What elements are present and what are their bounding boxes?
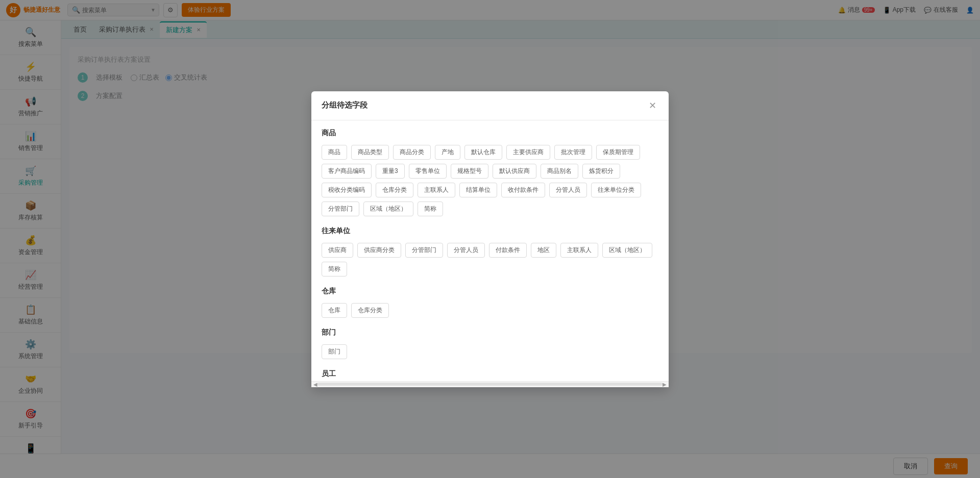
field-tag-origin[interactable]: 产地 bbox=[435, 145, 460, 160]
hscroll-right-arrow[interactable]: ▶ bbox=[663, 382, 667, 387]
modal-header: 分组待选字段 ✕ bbox=[311, 91, 669, 120]
field-tag-customer-product-code[interactable]: 客户商品编码 bbox=[322, 164, 372, 179]
field-tag-default-warehouse[interactable]: 默认仓库 bbox=[464, 145, 502, 160]
field-tag-tax-code[interactable]: 税收分类编码 bbox=[322, 183, 372, 197]
field-tag-partner-person[interactable]: 分管人员 bbox=[447, 243, 485, 258]
section-warehouse-title: 仓库 bbox=[322, 287, 658, 298]
modal-hscroll[interactable]: ◀ ▶ bbox=[311, 381, 669, 387]
field-tag-spec-model[interactable]: 规格型号 bbox=[451, 164, 488, 179]
field-tag-district[interactable]: 地区 bbox=[531, 243, 556, 258]
field-tag-department[interactable]: 部门 bbox=[322, 344, 347, 359]
modal-overlay: 分组待选字段 ✕ 商品 商品 商品类型 商品分类 产地 默认仓库 主要供应商 批… bbox=[0, 0, 980, 478]
field-tag-region[interactable]: 区域（地区） bbox=[363, 202, 413, 216]
modal-close-button[interactable]: ✕ bbox=[646, 99, 658, 112]
modal-body: 商品 商品 商品类型 商品分类 产地 默认仓库 主要供应商 批次管理 保质期管理… bbox=[311, 120, 669, 381]
field-tag-warehouse[interactable]: 仓库 bbox=[322, 303, 347, 318]
field-tag-weight3[interactable]: 重量3 bbox=[376, 164, 405, 179]
section-warehouse-fields: 仓库 仓库分类 bbox=[322, 303, 658, 318]
section-department: 部门 部门 bbox=[322, 328, 658, 359]
field-tag-responsible-dept[interactable]: 分管部门 bbox=[322, 202, 359, 216]
section-warehouse: 仓库 仓库 仓库分类 bbox=[322, 287, 658, 318]
field-tag-supplier-category[interactable]: 供应商分类 bbox=[357, 243, 401, 258]
section-employee-title: 员工 bbox=[322, 369, 658, 381]
field-select-modal: 分组待选字段 ✕ 商品 商品 商品类型 商品分类 产地 默认仓库 主要供应商 批… bbox=[311, 91, 669, 387]
field-tag-default-supplier[interactable]: 默认供应商 bbox=[493, 164, 536, 179]
field-tag-partner-short-name[interactable]: 简称 bbox=[322, 262, 347, 276]
field-tag-batch-mgmt[interactable]: 批次管理 bbox=[554, 145, 592, 160]
field-tag-quality-mgmt[interactable]: 保质期管理 bbox=[596, 145, 640, 160]
field-tag-settlement-unit[interactable]: 结算单位 bbox=[459, 183, 497, 197]
field-tag-warehouse-class[interactable]: 仓库分类 bbox=[351, 303, 389, 318]
section-employee: 员工 业务员 bbox=[322, 369, 658, 381]
field-tag-payment-terms[interactable]: 收付款条件 bbox=[501, 183, 545, 197]
section-product: 商品 商品 商品类型 商品分类 产地 默认仓库 主要供应商 批次管理 保质期管理… bbox=[322, 129, 658, 216]
field-tag-product-category[interactable]: 商品分类 bbox=[393, 145, 431, 160]
field-tag-partner-contact[interactable]: 主联系人 bbox=[560, 243, 598, 258]
field-tag-payment-condition[interactable]: 付款条件 bbox=[489, 243, 527, 258]
field-tag-product[interactable]: 商品 bbox=[322, 145, 347, 160]
modal-title: 分组待选字段 bbox=[322, 100, 368, 110]
section-product-fields: 商品 商品类型 商品分类 产地 默认仓库 主要供应商 批次管理 保质期管理 客户… bbox=[322, 145, 658, 216]
hscroll-track[interactable] bbox=[317, 383, 663, 386]
field-tag-main-contact[interactable]: 主联系人 bbox=[418, 183, 455, 197]
field-tag-partner-category[interactable]: 往来单位分类 bbox=[591, 183, 641, 197]
section-product-title: 商品 bbox=[322, 129, 658, 140]
field-tag-partner-region[interactable]: 区域（地区） bbox=[602, 243, 652, 258]
section-partner-title: 往来单位 bbox=[322, 227, 658, 238]
field-tag-retail-unit[interactable]: 零售单位 bbox=[409, 164, 447, 179]
field-tag-short-name[interactable]: 简称 bbox=[418, 202, 443, 216]
field-tag-responsible-person[interactable]: 分管人员 bbox=[549, 183, 587, 197]
section-partner-fields: 供应商 供应商分类 分管部门 分管人员 付款条件 地区 主联系人 区域（地区） … bbox=[322, 243, 658, 276]
hscroll-left-arrow[interactable]: ◀ bbox=[313, 382, 317, 387]
field-tag-main-supplier[interactable]: 主要供应商 bbox=[506, 145, 550, 160]
field-tag-product-alias[interactable]: 商品别名 bbox=[541, 164, 578, 179]
field-tag-practice-points[interactable]: 炼货积分 bbox=[582, 164, 620, 179]
section-department-title: 部门 bbox=[322, 328, 658, 339]
field-tag-warehouse-category[interactable]: 仓库分类 bbox=[376, 183, 413, 197]
field-tag-supplier[interactable]: 供应商 bbox=[322, 243, 353, 258]
field-tag-partner-dept[interactable]: 分管部门 bbox=[405, 243, 443, 258]
field-tag-product-type[interactable]: 商品类型 bbox=[351, 145, 389, 160]
section-department-fields: 部门 bbox=[322, 344, 658, 359]
section-partner: 往来单位 供应商 供应商分类 分管部门 分管人员 付款条件 地区 主联系人 区域… bbox=[322, 227, 658, 276]
